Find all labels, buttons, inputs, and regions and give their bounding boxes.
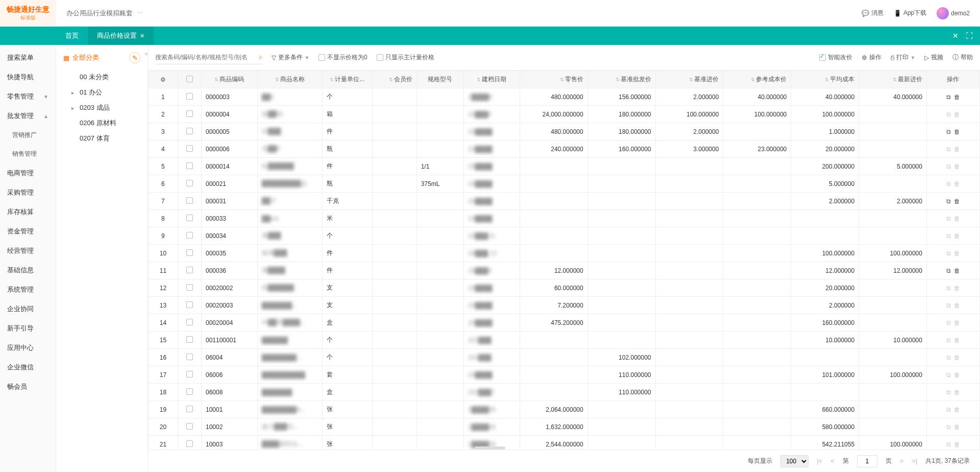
row-checkbox[interactable] [178, 227, 201, 245]
sidebar-item[interactable]: 系统管理 [0, 280, 56, 299]
col-member[interactable]: ⇅会员价 [372, 71, 416, 88]
table-row[interactable]: 5 0000014 杜██████ 件 1/1 20████ 200.00000… [149, 158, 980, 175]
table-row[interactable]: 18 06008 ███████ 盒 202███7 110.000000 ⧉ … [149, 384, 980, 401]
copy-icon[interactable]: ⧉ [946, 146, 951, 153]
search-icon[interactable]: ⌕ [259, 53, 262, 60]
delete-icon[interactable]: 🗑 [954, 198, 960, 205]
close-icon[interactable]: ✕ [140, 33, 144, 39]
col-code[interactable]: ⇅商品编码 [201, 71, 257, 88]
category-item[interactable]: 0207 体育 [60, 131, 143, 146]
table-row[interactable]: 7 000031 ██子 千克 20████ 2.000000 2.000000… [149, 193, 980, 210]
prev-page-icon[interactable]: < [830, 457, 835, 465]
next-page-icon[interactable]: > [900, 457, 904, 465]
delete-icon[interactable]: 🗑 [954, 146, 960, 153]
copy-icon[interactable]: ⧉ [946, 180, 951, 187]
sidebar-item[interactable]: 经营管理 [0, 241, 56, 261]
video-button[interactable]: ▷ 视频 [924, 53, 943, 62]
operations-button[interactable]: ⚙ 操作 [862, 53, 881, 62]
last-page-icon[interactable]: >| [912, 457, 917, 465]
page-input[interactable] [857, 455, 877, 467]
delete-icon[interactable]: 🗑 [954, 441, 960, 448]
col-select-all[interactable] [178, 71, 201, 88]
sidebar-item[interactable]: 营销推广 [0, 126, 56, 145]
sidebar-item[interactable]: 销售管理 [0, 145, 56, 163]
copy-icon[interactable]: ⧉ [946, 371, 951, 379]
col-spec[interactable]: 规格型号 [416, 71, 463, 88]
delete-icon[interactable]: 🗑 [954, 215, 960, 222]
table-row[interactable]: 6 000021 █████████品 瓶 375mL 20████ 5.000… [149, 175, 980, 193]
delete-icon[interactable]: 🗑 [954, 406, 960, 413]
delete-icon[interactable]: 🗑 [954, 423, 960, 431]
category-all[interactable]: ▦ 全部分类 ✎ [60, 50, 143, 65]
row-checkbox[interactable] [178, 279, 201, 297]
col-date[interactable]: ⇅建档日期 [464, 71, 520, 88]
category-item[interactable]: 00 未分类 [60, 69, 143, 85]
table-row[interactable]: 3 0000005 衬███ 件 20████ 480.000000 180.0… [149, 123, 980, 140]
copy-icon[interactable]: ⧉ [946, 128, 951, 135]
sidebar-item[interactable]: 新手引导 [0, 319, 56, 338]
col-basein[interactable]: ⇅基准进价 [655, 71, 723, 88]
copy-icon[interactable]: ⧉ [946, 389, 951, 396]
copy-icon[interactable]: ⧉ [946, 232, 951, 240]
table-row[interactable]: 1 0000003 ██5 个 2████0 480.000000 156.00… [149, 88, 980, 106]
col-retail[interactable]: ⇅零售价 [520, 71, 587, 88]
table-row[interactable]: 14 00020004 中██零████... 盒 20████ 475.200… [149, 314, 980, 332]
row-checkbox[interactable] [178, 210, 201, 227]
row-checkbox[interactable] [178, 436, 201, 450]
table-row[interactable]: 2 0000004 收██纸 箱 20███8 24,000.000000 18… [149, 106, 980, 123]
only-main-unit-checkbox[interactable]: 只显示主计量价格 [377, 53, 434, 62]
col-avgcost[interactable]: ⇅平均成本 [791, 71, 859, 88]
delete-icon[interactable]: 🗑 [954, 371, 960, 379]
sidebar-item[interactable]: 批发管理▲ [0, 106, 56, 126]
col-refcost[interactable]: ⇅参考成本价 [723, 71, 791, 88]
delete-icon[interactable]: 🗑 [954, 93, 960, 101]
row-checkbox[interactable] [178, 106, 201, 123]
row-checkbox[interactable] [178, 384, 201, 401]
copy-icon[interactable]: ⧉ [946, 285, 951, 292]
row-checkbox[interactable] [178, 366, 201, 384]
row-checkbox[interactable] [178, 175, 201, 193]
tab-home[interactable]: 首页 [56, 27, 88, 45]
table-row[interactable]: 8 000033 ██est 米 20████ ⧉ 🗑 [149, 210, 980, 227]
delete-icon[interactable]: 🗑 [954, 354, 960, 361]
table-row[interactable]: 20 10002 扬力███结... 张 2████05 1,632.00000… [149, 418, 980, 436]
print-button[interactable]: ⎙ 打印 ▼ [891, 53, 915, 62]
row-checkbox[interactable] [178, 193, 201, 210]
tab-price-settings[interactable]: 商品价格设置 ✕ [88, 27, 154, 45]
delete-icon[interactable]: 🗑 [954, 285, 960, 292]
table-row[interactable]: 13 00020003 ███████... 支 20████ 7.200000… [149, 297, 980, 314]
copy-icon[interactable]: ⧉ [946, 354, 951, 361]
sidebar-item[interactable]: 电商管理 [0, 163, 56, 183]
delete-icon[interactable]: 🗑 [954, 302, 960, 309]
copy-icon[interactable]: ⧉ [946, 406, 951, 413]
table-row[interactable]: 12 00020002 得██████. 支 20████ 60.000000 … [149, 279, 980, 297]
row-checkbox[interactable] [178, 401, 201, 418]
sidebar-search[interactable]: 搜索菜单 [0, 48, 56, 67]
delete-icon[interactable]: 🗑 [954, 319, 960, 326]
sidebar-item[interactable]: 资金管理 [0, 222, 56, 241]
user-menu[interactable]: demo2 [937, 7, 970, 19]
tabs-close-all-icon[interactable]: ✕ [952, 32, 959, 40]
row-checkbox[interactable] [178, 262, 201, 279]
table-row[interactable]: 10 000035 玻璃███ 件 20███-13 100.000000 10… [149, 245, 980, 262]
category-item[interactable]: ▸0203 成品 [60, 100, 143, 115]
sidebar-item[interactable]: 零售管理▼ [0, 87, 56, 106]
col-latest[interactable]: ⇅最新进价 [859, 71, 927, 88]
delete-icon[interactable]: 🗑 [954, 250, 960, 257]
table-row[interactable]: 19 10001 ████████A... 张 2████05 2,064.00… [149, 401, 980, 418]
delete-icon[interactable]: 🗑 [954, 128, 960, 135]
app-download-button[interactable]: 📱 App下载 [894, 9, 926, 17]
row-checkbox[interactable] [178, 123, 201, 140]
copy-icon[interactable]: ⧉ [946, 441, 951, 448]
copy-icon[interactable]: ⧉ [946, 111, 951, 118]
resize-handle[interactable] [475, 446, 505, 450]
copy-icon[interactable]: ⧉ [946, 250, 951, 257]
table-row[interactable]: 4 0000006 洗██K 瓶 20████ 240.000000 160.0… [149, 140, 980, 158]
row-checkbox[interactable] [178, 297, 201, 314]
copy-icon[interactable]: ⧉ [946, 319, 951, 326]
table-row[interactable]: 17 06006 ██████████ 套 20████ 110.000000 … [149, 366, 980, 384]
sidebar-item[interactable]: 应用中心 [0, 338, 56, 358]
category-item[interactable]: 0206 原材料 [60, 115, 143, 131]
row-checkbox[interactable] [178, 245, 201, 262]
copy-icon[interactable]: ⧉ [946, 423, 951, 431]
